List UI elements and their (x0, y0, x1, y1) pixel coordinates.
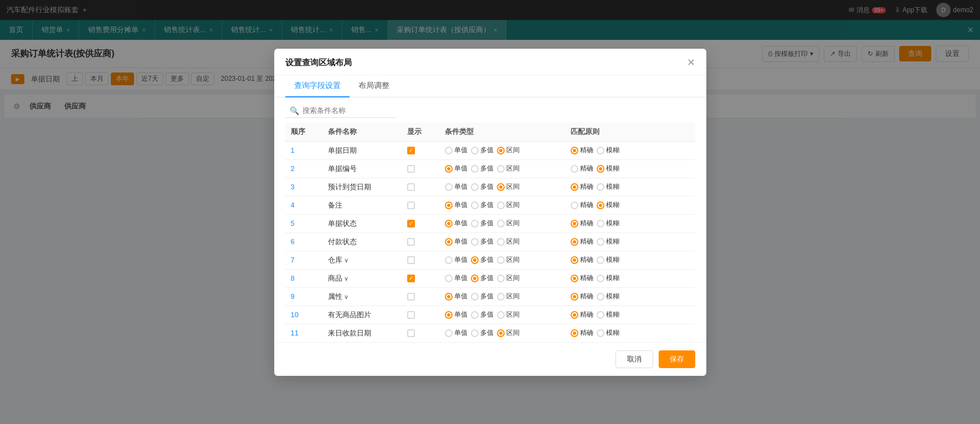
dialog-tab-bar: 查询字段设置 布局调整 (274, 75, 706, 97)
dialog-close-button[interactable]: ✕ (687, 58, 695, 68)
th-type: 条件类型 (439, 122, 565, 123)
dialog-tab-field-settings-label: 查询字段设置 (294, 81, 341, 90)
modal-overlay: 设置查询区域布局 ✕ 查询字段设置 布局调整 🔍 顺序 (0, 0, 980, 123)
th-match: 匹配原则 (565, 122, 695, 123)
dialog-header: 设置查询区域布局 ✕ (274, 49, 706, 75)
dialog-tab-layout[interactable]: 布局调整 (350, 75, 398, 97)
dialog-title: 设置查询区域布局 (285, 58, 352, 68)
dialog-search-area: 🔍 (274, 97, 706, 122)
th-display: 显示 (402, 122, 439, 123)
th-order: 顺序 (285, 122, 322, 123)
dialog: 设置查询区域布局 ✕ 查询字段设置 布局调整 🔍 顺序 (274, 49, 706, 123)
th-name: 条件名称 (322, 122, 402, 123)
search-box: 🔍 (285, 104, 396, 118)
search-input[interactable] (302, 106, 386, 115)
conditions-table: 顺序 条件名称 显示 条件类型 匹配原则 1单据日期单值多值区间精确模糊2单据编… (285, 122, 695, 123)
search-icon: 🔍 (290, 106, 299, 115)
dialog-tab-layout-label: 布局调整 (358, 81, 389, 90)
dialog-tab-field-settings[interactable]: 查询字段设置 (285, 75, 350, 97)
dialog-table-wrap: 顺序 条件名称 显示 条件类型 匹配原则 1单据日期单值多值区间精确模糊2单据编… (274, 122, 706, 123)
